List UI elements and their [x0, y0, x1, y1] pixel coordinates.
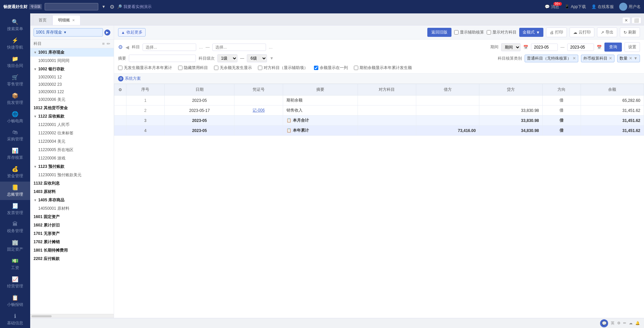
tree-edit-icon[interactable]: ✏: [107, 41, 110, 46]
tree-area[interactable]: ▼ 1001 库存现金 10010001 同同同 ▼ 1002 银行存款 100…: [30, 48, 114, 314]
sidebar-item-wholesale[interactable]: 📦 批发管理: [0, 90, 30, 108]
filter-level-to-select[interactable]: 6级: [247, 54, 267, 62]
cell-gear[interactable]: [114, 106, 126, 116]
filter-tag-foreign[interactable]: 外币核算科目 ✕: [581, 55, 614, 62]
tree-node-1403[interactable]: 1403 原材料: [30, 188, 114, 196]
expand-tree-btn[interactable]: ▶: [104, 29, 110, 36]
user-avatar[interactable]: 用户名: [619, 3, 641, 11]
online-service-btn[interactable]: 👤 在线客服: [591, 4, 614, 10]
tree-node-1122[interactable]: ▼ 1122 应收账款: [30, 112, 114, 121]
sidebar-item-search[interactable]: 🔍 搜索菜单: [0, 16, 30, 35]
filter-period-to-input[interactable]: [567, 44, 594, 51]
setting-btn[interactable]: 设置: [625, 42, 640, 52]
tree-node-1012[interactable]: 1012 其他货币资金: [30, 104, 114, 112]
demo-link[interactable]: 🔎 我要看实例演示: [117, 4, 152, 10]
filter-level-from-select[interactable]: 1级 2级: [217, 54, 237, 62]
tree-node-1702[interactable]: 1702 累计摊销: [30, 238, 114, 246]
filter-summary-input[interactable]: [129, 55, 196, 62]
filter-tag-foreign-close[interactable]: ✕: [609, 56, 612, 61]
cb-balance-one-row-input[interactable]: [314, 66, 318, 70]
tree-node-1602[interactable]: 1602 累计折旧: [30, 221, 114, 229]
status-settings[interactable]: ⚙: [617, 321, 621, 325]
period-cal-icon[interactable]: 📅: [523, 45, 528, 50]
tree-node-11220005[interactable]: 11220005 所在地区: [30, 146, 114, 154]
tree-list-icon[interactable]: ≡: [102, 41, 105, 46]
filter-panel-scheme-icon[interactable]: ⚙: [118, 44, 123, 50]
tree-node-10010001[interactable]: 10010001 同同同: [30, 57, 114, 65]
query-btn[interactable]: 查询: [604, 43, 622, 52]
status-chat-btn[interactable]: 💬: [600, 319, 608, 327]
tree-node-2202[interactable]: 2202 应付账款: [30, 255, 114, 263]
show-opposite-check[interactable]: 显示对方科目: [487, 29, 517, 35]
tree-node-10020001[interactable]: 10020001 12: [30, 73, 114, 81]
sidebar-item-inventory[interactable]: 📊 库存核算: [0, 145, 30, 163]
sidebar-item-finance[interactable]: 💰 资金管理: [0, 163, 30, 182]
tree-node-1001[interactable]: ▼ 1001 库存现金: [30, 48, 114, 57]
sidebar-item-assets[interactable]: 🏢 固定资产: [0, 237, 30, 255]
sidebar-item-xc-sales[interactable]: 📋 小畅报销: [0, 292, 30, 310]
cb-opposite-subject[interactable]: 对方科目（显示辅助项）: [258, 65, 308, 71]
cb-no-occurrence[interactable]: 无发生额显示本月本年累计: [118, 65, 172, 71]
tree-node-1601[interactable]: 1601 固定资产: [30, 213, 114, 221]
tree-node-10020002[interactable]: 10020002 23: [30, 81, 114, 88]
cb-opening-balance-input[interactable]: [354, 66, 358, 70]
filter-level-dropdown-icon[interactable]: ▼: [270, 56, 274, 61]
filter-tag-normal-close[interactable]: ✕: [573, 56, 576, 61]
topbar-search-input[interactable]: [45, 3, 98, 10]
tree-node-1701[interactable]: 1701 无形资产: [30, 229, 114, 238]
cb-no-occurrence-input[interactable]: [118, 66, 122, 70]
tree-node-14050001[interactable]: 14050001 原材料: [30, 204, 114, 213]
sidebar-item-general[interactable]: 📒 总账管理: [0, 182, 30, 200]
cell-gear[interactable]: [114, 95, 126, 106]
filter-period-from-input[interactable]: [531, 44, 558, 51]
sidebar-item-operations[interactable]: 📈 经营管理: [0, 273, 30, 292]
cb-opening-balance[interactable]: 期初余额显示本年累计发生额: [354, 65, 412, 71]
status-edit[interactable]: ✏: [623, 321, 626, 325]
filter-tag-quantity-close[interactable]: ✕: [629, 56, 632, 61]
close-window-btn[interactable]: ✕: [622, 17, 630, 24]
tree-scrollbar[interactable]: [30, 314, 114, 318]
filter-subject-from-input[interactable]: [143, 44, 196, 51]
cb-opposite-subject-input[interactable]: [258, 66, 262, 70]
message-btn[interactable]: 💬 消息 99+: [545, 4, 559, 10]
tree-node-1002[interactable]: ▼ 1002 银行存款: [30, 65, 114, 73]
cb-balance-one-row[interactable]: 余额显示在一列: [314, 65, 348, 71]
sidebar-item-retail[interactable]: 🛒 零售管理: [0, 71, 30, 90]
period-end-cal-icon[interactable]: 📅: [597, 45, 602, 50]
topbar-settings-icon[interactable]: ⚙: [110, 4, 114, 10]
col-gear[interactable]: ⚙: [114, 84, 126, 95]
filter-tag-quantity[interactable]: 数量 ✕ ▼: [617, 55, 640, 62]
format-btn[interactable]: 金额式 ▼: [519, 28, 543, 37]
sidebar-item-payroll[interactable]: 💵 工资: [0, 255, 30, 273]
topbar-search-dropdown[interactable]: ▼: [102, 4, 106, 9]
print-btn[interactable]: 🖨 打印: [546, 27, 567, 37]
voucher-link[interactable]: 记-006: [253, 108, 265, 113]
tab-home[interactable]: 首页: [33, 15, 52, 25]
tree-node-11220004[interactable]: 11220004 美元: [30, 137, 114, 146]
cb-hide-disabled-input[interactable]: [178, 66, 182, 70]
tree-node-1405[interactable]: ▼ 1405 库存商品: [30, 196, 114, 204]
export-btn[interactable]: ↗ 导出: [597, 27, 617, 37]
filter-tag-quantity-dropdown[interactable]: ▼: [634, 56, 638, 61]
tree-node-1801[interactable]: 1801 长期待摊费用: [30, 246, 114, 255]
refresh-btn[interactable]: ↻ 刷新: [620, 27, 640, 37]
tree-node-11220001[interactable]: 11220001 人民币: [30, 121, 114, 129]
tree-node-1123[interactable]: ▼ 1123 预付账款: [30, 162, 114, 171]
filter-period-type-select[interactable]: 期间: [501, 43, 521, 51]
cb-no-balance[interactable]: 无余额无发生显示: [214, 65, 252, 71]
cb-no-balance-input[interactable]: [214, 66, 218, 70]
sidebar-item-invoice[interactable]: 🧾 发票管理: [0, 200, 30, 218]
tree-node-1132[interactable]: 1132 应收利息: [30, 179, 114, 188]
scheme-icon-btn[interactable]: ⚙ 系统方案: [118, 76, 141, 81]
show-assist-check[interactable]: 显示辅助核算: [454, 29, 484, 35]
sidebar-item-tax[interactable]: 🏛 税务管理: [0, 218, 30, 237]
maximize-btn[interactable]: ⬜: [632, 17, 641, 24]
tree-node-11220006[interactable]: 11220006 游戏: [30, 154, 114, 162]
account-selector[interactable]: 1001 库存现金 ▼: [34, 28, 103, 37]
return-old-btn[interactable]: 返回旧版: [427, 28, 451, 37]
sidebar-item-basic-info[interactable]: ℹ 基础信息: [0, 310, 30, 328]
tree-node-10020003[interactable]: 10020003 122: [30, 88, 114, 95]
tree-node-10020006[interactable]: 10020006 美元: [30, 95, 114, 104]
collapse-more-btn[interactable]: ▲ 收起更多: [118, 28, 146, 37]
sidebar-item-purchase[interactable]: 🛍 采购管理: [0, 127, 30, 145]
